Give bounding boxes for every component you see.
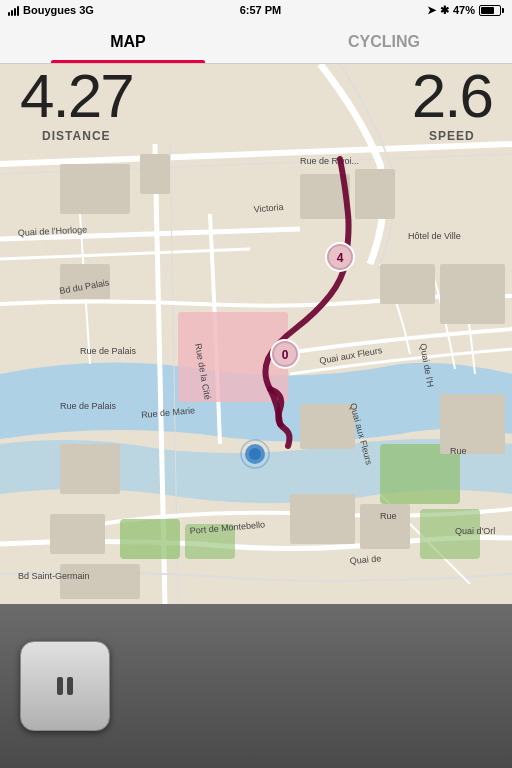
bottom-bar: [0, 604, 512, 768]
svg-point-52: [249, 448, 261, 460]
svg-text:4: 4: [337, 251, 344, 265]
pause-button[interactable]: [20, 641, 110, 731]
svg-rect-20: [290, 494, 355, 544]
svg-rect-13: [140, 154, 170, 194]
svg-rect-17: [300, 404, 355, 449]
svg-text:Rue de Palais: Rue de Palais: [80, 346, 137, 356]
status-left: Bouygues 3G: [8, 4, 94, 16]
svg-rect-23: [380, 264, 435, 304]
svg-text:Rue de Rivoi...: Rue de Rivoi...: [300, 156, 359, 166]
svg-rect-24: [440, 264, 505, 324]
svg-text:Legal: Legal: [35, 602, 55, 604]
svg-text:0: 0: [282, 348, 289, 362]
tab-bar: MAP CYCLING: [0, 20, 512, 64]
nav-icon: ➤: [427, 4, 436, 17]
svg-rect-25: [440, 394, 505, 454]
pause-icon: [57, 677, 73, 695]
tab-map[interactable]: MAP: [0, 20, 256, 63]
svg-text:Quai d'Orl: Quai d'Orl: [455, 526, 495, 536]
svg-text:Bd Saint-Germain: Bd Saint-Germain: [18, 571, 90, 581]
svg-rect-12: [60, 164, 130, 214]
signal-icon: [8, 4, 19, 16]
bluetooth-icon: ✱: [440, 4, 449, 17]
carrier-label: Bouygues 3G: [23, 4, 94, 16]
status-bar: Bouygues 3G 6:57 PM ➤ ✱ 47%: [0, 0, 512, 20]
svg-rect-18: [60, 444, 120, 494]
svg-text:Rue de Palais: Rue de Palais: [60, 401, 117, 411]
svg-rect-15: [355, 169, 395, 219]
map-container: Quai de l'Horloge Bd du Palais Rue de la…: [0, 64, 512, 604]
battery-icon: [479, 5, 504, 16]
battery-percent: 47%: [453, 4, 475, 16]
tab-cycling[interactable]: CYCLING: [256, 20, 512, 63]
svg-text:Rue: Rue: [450, 446, 467, 456]
time-label: 6:57 PM: [240, 4, 282, 16]
svg-rect-22: [60, 564, 140, 599]
status-right: ➤ ✱ 47%: [427, 4, 504, 17]
svg-rect-7: [120, 519, 180, 559]
svg-rect-19: [50, 514, 105, 554]
svg-text:Rue: Rue: [380, 511, 397, 521]
map-svg: Quai de l'Horloge Bd du Palais Rue de la…: [0, 64, 512, 604]
svg-text:Hôtel de Ville: Hôtel de Ville: [408, 231, 461, 241]
